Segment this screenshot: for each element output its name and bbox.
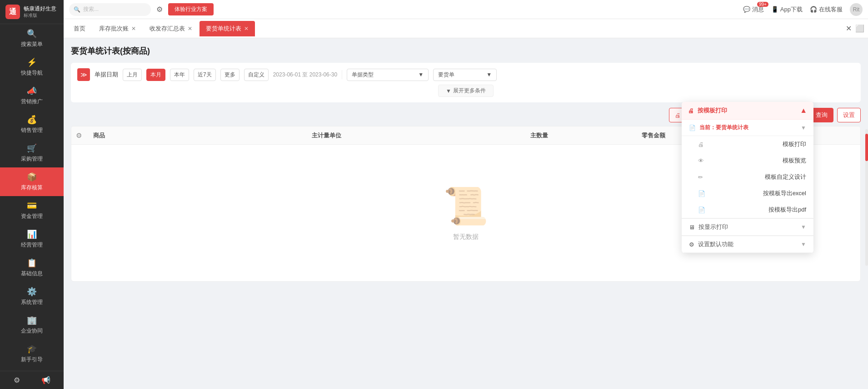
sidebar-footer: ⚙ 📢 [0,371,64,389]
tab-home[interactable]: 首页 [67,21,92,36]
tab-close-receipt[interactable]: ✕ [188,25,192,32]
sidebar-item-search[interactable]: 🔍 搜索菜单 [0,24,64,53]
message-icon: 💬 [743,6,750,13]
app-download-btn[interactable]: 📱 App下载 [771,5,803,14]
window-close-icon[interactable]: ✕ [846,24,852,33]
download-icon: 📱 [771,6,778,13]
sidebar-item-finance[interactable]: 💳 资金管理 [0,196,64,225]
current-chevron-icon: ▼ [801,125,806,131]
tab-close-order[interactable]: ✕ [244,25,249,32]
doc-type-select[interactable]: 单据类型 ▼ [347,69,429,81]
filter-expand-btn[interactable]: ≫ [77,68,90,81]
doc-type-label: 单据类型 [352,71,374,79]
dropdown-item-template-preview[interactable]: 👁 模板预览 [682,152,813,169]
tab-close-batch[interactable]: ✕ [131,25,136,32]
cargo-chevron-icon: ▼ [486,71,492,78]
dropdown-close-btn[interactable]: ▲ [800,106,807,115]
search-icon: 🔍 [74,6,80,13]
expand-more-btn[interactable]: ▼ 展开更多条件 [438,85,494,97]
date-btn-custom[interactable]: 自定义 [244,69,269,81]
operations-icon: 📊 [27,229,37,239]
col-qty: 主数量 [530,131,637,140]
default-setting-icon: ⚙ [689,241,694,248]
print-dropdown: 🖨 按模板打印 ▲ 📄 当前：要货单统计表 ▼ 🖨 [682,102,813,253]
logo-icon: 通 [5,5,20,19]
cargo-label: 要货单 [438,71,454,79]
sidebar-item-purchase[interactable]: 🛒 采购管理 [0,139,64,167]
marketing-icon: 📣 [27,86,37,96]
basics-icon: 📋 [27,258,37,268]
column-settings-btn[interactable]: ⚙ [76,131,89,140]
expand-icon: ≫ [80,71,87,78]
export-pdf-icon: 📄 [698,207,705,213]
scrollbar-thumb[interactable] [865,134,868,161]
expand-more-row: ▼ 展开更多条件 [77,85,854,97]
sidebar-item-inventory[interactable]: 📦 库存核算 [0,167,64,196]
sidebar-item-enterprise[interactable]: 🏢 企业协同 [0,311,64,339]
dropdown-default-setting-section: ⚙ 设置默认功能 ▼ [682,236,813,253]
date-btn-this-year[interactable]: 本年 [170,69,189,81]
col-product: 商品 [93,131,307,140]
sidebar-item-operations[interactable]: 📊 经营管理 [0,225,64,253]
app-logo: 通 畅康通好生意 标准版 [0,0,64,24]
dropdown-item-export-excel[interactable]: 📄 按模板导出excel [682,185,813,202]
printer-icon: 🖨 [675,112,681,119]
expand-more-icon: ▼ [446,88,451,94]
dropdown-current-item[interactable]: 📄 当前：要货单统计表 ▼ [682,120,813,136]
filter-row: ≫ 单据日期 上月 本月 本年 近7天 更多 自定义 2023-06-01 至 … [77,68,854,81]
dropdown-title: 🖨 按模板打印 [688,106,727,115]
top-header: 🔍 搜索... ⚙ 体验行业方案 💬 99+ 消息 📱 App下载 🎧 在线客服 [64,0,868,19]
no-data-text: 暂无数据 [453,233,479,241]
dropdown-default-setting-btn[interactable]: ⚙ 设置默认功能 ▼ [682,236,813,253]
filter-bar: ≫ 单据日期 上月 本月 本年 近7天 更多 自定义 2023-06-01 至 … [71,63,861,102]
date-btn-7days[interactable]: 近7天 [194,69,216,81]
trial-button[interactable]: 体验行业方案 [168,3,214,15]
tab-receipt-summary[interactable]: 收发存汇总表 ✕ [143,21,199,36]
speaker-footer-btn[interactable]: 📢 [41,376,50,384]
cargo-type-select[interactable]: 要货单 ▼ [433,69,497,81]
sidebar-item-quicknav[interactable]: ⚡ 快捷导航 [0,53,64,81]
sidebar-item-marketing[interactable]: 📣 营销推广 [0,81,64,110]
scrollbar[interactable] [865,129,868,266]
display-print-icon: 🖥 [689,224,695,231]
dropdown-item-template-print[interactable]: 🖨 模板打印 [682,136,813,152]
dropdown-display-print-btn[interactable]: 🖥 按显示打印 ▼ [682,218,813,235]
window-maximize-icon[interactable]: ⬜ [855,24,864,33]
dropdown-item-template-design[interactable]: ✏ 模板自定义设计 [682,169,813,185]
settings-footer-btn[interactable]: ⚙ [14,376,20,384]
dropdown-item-export-pdf[interactable]: 📄 按模板导出pdf [682,202,813,218]
dropdown-items-section: 🖨 模板打印 👁 模板预览 ✏ 模板自定义设计 📄 按模板导出excel [682,136,813,218]
default-setting-chevron: ▼ [801,241,806,248]
finance-icon: 💳 [27,201,37,211]
guide-icon: 🎓 [27,344,37,354]
sidebar-item-guide[interactable]: 🎓 新手引导 [0,339,64,368]
sidebar-item-basics[interactable]: 📋 基础信息 [0,253,64,282]
date-filter-label: 单据日期 [95,71,118,79]
sidebar-item-system[interactable]: ⚙️ 系统管理 [0,282,64,311]
dropdown-display-print-section: 🖥 按显示打印 ▼ [682,218,813,236]
current-template-icon: 📄 [689,125,696,131]
gear-icon[interactable]: ⚙ [156,5,163,14]
export-excel-icon: 📄 [698,190,705,197]
page-title: 要货单统计表(按商品) [71,45,861,56]
date-btn-last-month[interactable]: 上月 [123,69,142,81]
user-avatar[interactable]: Rit [850,3,863,16]
header-actions: 💬 99+ 消息 📱 App下载 🎧 在线客服 Rit [743,3,863,16]
date-btn-more[interactable]: 更多 [220,69,239,81]
window-controls: ✕ ⬜ [846,24,864,33]
sidebar-nav: 🔍 搜索菜单 ⚡ 快捷导航 📣 营销推广 💰 销售管理 🛒 采购管理 📦 [0,24,64,371]
system-icon: ⚙️ [27,287,37,297]
tab-order-stats[interactable]: 要货单统计表 ✕ [200,21,255,36]
customer-service-btn[interactable]: 🎧 在线客服 [810,5,843,14]
main-area: 🔍 搜索... ⚙ 体验行业方案 💬 99+ 消息 📱 App下载 🎧 在线客服 [64,0,868,389]
tab-batch-account[interactable]: 库存批次账 ✕ [93,21,142,36]
purchase-icon: 🛒 [27,143,37,153]
tabs-bar: 首页 库存批次账 ✕ 收发存汇总表 ✕ 要货单统计表 ✕ ✕ ⬜ [64,19,868,38]
sidebar-item-sales[interactable]: 💰 销售管理 [0,110,64,139]
settings-btn[interactable]: 设置 [837,108,861,122]
dropdown-current-section: 📄 当前：要货单统计表 ▼ [682,120,813,136]
date-btn-this-month[interactable]: 本月 [146,69,165,81]
filter-divider [342,70,342,79]
message-btn[interactable]: 💬 99+ 消息 [743,5,764,14]
top-search-bar[interactable]: 🔍 搜索... [69,3,151,16]
